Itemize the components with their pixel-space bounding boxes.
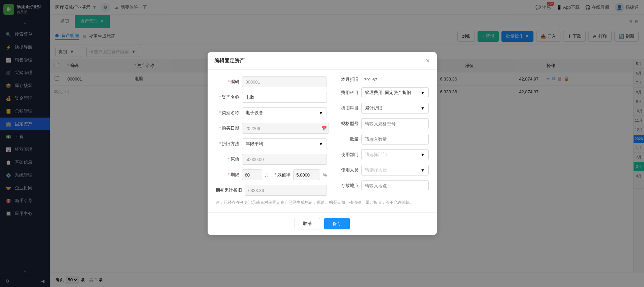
residual-rate-unit: % — [323, 172, 327, 178]
form-item-initial-depreciation: 期初累计折旧 — [216, 185, 327, 196]
dialog-footer: 取消 保存 — [208, 212, 437, 235]
quantity-label: 数量 — [335, 136, 359, 142]
period-input[interactable] — [242, 169, 262, 180]
form-left: 编码 000001 资产名称 类别名称 电子设备 ▼ — [216, 76, 327, 196]
department-arrow: ▼ — [421, 152, 425, 157]
form-item-name: 资产名称 — [216, 92, 327, 103]
form-item-monthly-depreciation: 本月折旧 791.67 — [335, 76, 429, 83]
original-value-input[interactable] — [242, 154, 327, 165]
depreciation-subject-label: 折旧科目 — [335, 105, 359, 111]
dialog-body: 编码 000001 资产名称 类别名称 电子设备 ▼ — [208, 70, 437, 212]
department-placeholder: 请选择部门 — [365, 152, 387, 158]
original-value-label: 原值 — [216, 156, 239, 162]
code-input[interactable] — [242, 76, 327, 87]
depreciation-method-select[interactable]: 年限平均 ▼ — [242, 138, 327, 149]
edit-dialog: 编辑固定资产 ✕ 编码 000001 资产名称 — [208, 52, 437, 235]
dialog-title: 编辑固定资产 — [214, 58, 245, 64]
expense-subject-label: 费用科目 — [335, 90, 359, 96]
expense-subject-select[interactable]: 管理费用_固定资产折旧 ▼ — [361, 87, 429, 98]
category-select-value: 电子设备 — [246, 110, 263, 116]
initial-depreciation-label: 期初累计折旧 — [216, 187, 242, 193]
form-item-expense-subject: 费用科目 管理费用_固定资产折旧 ▼ — [335, 87, 429, 98]
department-label: 使用部门 — [335, 152, 359, 158]
form-right: 本月折旧 791.67 费用科目 管理费用_固定资产折旧 ▼ 折旧科目 — [335, 76, 429, 196]
form-grid: 编码 000001 资产名称 类别名称 电子设备 ▼ — [216, 76, 429, 196]
form-item-quantity: 数量 — [335, 134, 429, 145]
user-arrow: ▼ — [421, 168, 425, 173]
save-button[interactable]: 保存 — [324, 218, 350, 229]
purchase-date-label: 购买日期 — [216, 125, 239, 131]
expense-subject-arrow: ▼ — [421, 90, 425, 95]
name-input[interactable] — [242, 92, 327, 103]
dialog-header: 编辑固定资产 ✕ — [208, 52, 437, 70]
form-item-purchase-date: 购买日期 📅 — [216, 123, 327, 134]
form-item-code: 编码 000001 — [216, 76, 327, 87]
initial-depreciation-input[interactable] — [245, 185, 327, 196]
residual-rate-input[interactable] — [293, 169, 320, 180]
period-unit: 月 — [265, 172, 269, 178]
depreciation-method-arrow: ▼ — [319, 141, 323, 147]
dialog-overlay[interactable]: 编辑固定资产 ✕ 编码 000001 资产名称 — [0, 0, 644, 287]
category-label: 类别名称 — [216, 110, 239, 116]
form-item-department: 使用部门 请选择部门 ▼ — [335, 149, 429, 160]
calendar-icon: 📅 — [321, 126, 327, 131]
user-select[interactable]: 请选择人员 ▼ — [361, 165, 429, 176]
depreciation-method-value: 年限平均 — [246, 141, 263, 147]
category-select[interactable]: 电子设备 ▼ — [242, 107, 327, 118]
form-item-spec: 规格型号 — [335, 118, 429, 129]
monthly-depreciation-label: 本月折旧 — [335, 76, 359, 83]
user-label: 使用人员 — [335, 167, 359, 173]
expense-subject-value: 管理费用_固定资产折旧 — [365, 90, 411, 96]
depreciation-subject-value: 累计折旧 — [365, 105, 382, 111]
spec-input[interactable] — [361, 118, 429, 129]
depreciation-subject-arrow: ▼ — [421, 106, 425, 111]
form-item-period: 期限 月 * 残值率 % — [216, 169, 327, 180]
name-label: 资产名称 — [216, 94, 239, 100]
purchase-date-input[interactable] — [242, 123, 329, 134]
location-input[interactable] — [361, 180, 429, 191]
form-item-location: 存放地点 — [335, 180, 429, 191]
location-label: 存放地点 — [335, 183, 359, 189]
form-item-user: 使用人员 请选择人员 ▼ — [335, 165, 429, 176]
form-item-category: 类别名称 电子设备 ▼ — [216, 107, 327, 118]
depreciation-method-label: 折旧方法 — [216, 141, 239, 147]
spec-label: 规格型号 — [335, 121, 359, 127]
dialog-note: 注：已经存在变更记录或者对应固定资产已经生成凭证，原值、购买日期、残值率、累计折… — [216, 200, 429, 205]
cancel-button[interactable]: 取消 — [295, 218, 320, 229]
form-item-depreciation-subject: 折旧科目 累计折旧 ▼ — [335, 103, 429, 114]
user-placeholder: 请选择人员 — [365, 167, 387, 173]
form-item-original-value: 原值 — [216, 154, 327, 165]
dialog-close-button[interactable]: ✕ — [426, 58, 430, 64]
monthly-depreciation-value: 791.67 — [364, 77, 377, 82]
quantity-input[interactable] — [361, 134, 429, 145]
department-select[interactable]: 请选择部门 ▼ — [361, 149, 429, 160]
form-item-depreciation-method: 折旧方法 年限平均 ▼ — [216, 138, 327, 149]
period-label: 期限 — [216, 172, 239, 178]
depreciation-subject-select[interactable]: 累计折旧 ▼ — [361, 103, 429, 114]
code-label: 编码 — [216, 79, 239, 85]
residual-rate-label: * 残值率 — [275, 172, 291, 178]
category-select-arrow: ▼ — [319, 110, 323, 116]
